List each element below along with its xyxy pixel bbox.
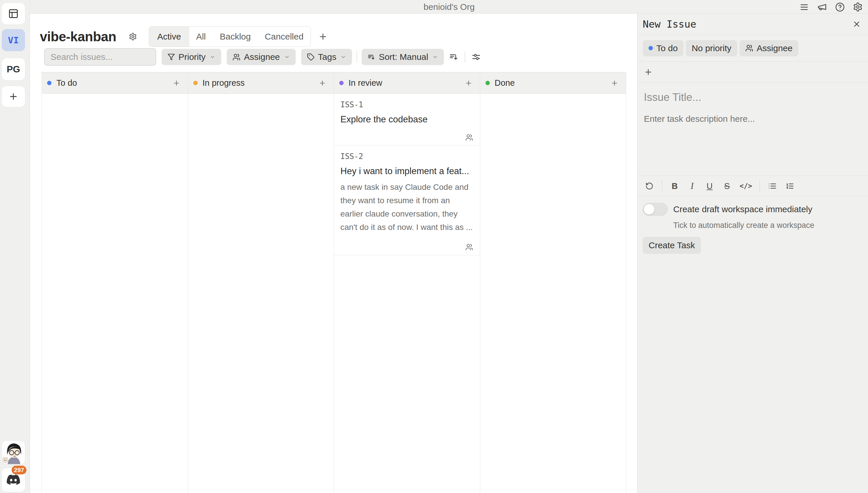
tab-all[interactable]: All [189,27,213,46]
issue-description-input[interactable]: Enter task description here... [644,114,861,124]
chevron-down-icon [341,54,346,60]
assignee-pill[interactable]: Assignee [739,40,798,57]
filter-row: Priority Assignee Tags [44,48,482,66]
workspace-pg-label: PG [7,64,20,75]
discord-notification-badge: 297 [12,466,26,474]
assignee-filter-label: Assignee [244,52,280,62]
numbered-list-button[interactable] [785,182,795,190]
help-button[interactable] [835,2,845,12]
column-body [42,94,188,493]
column-name: To do [57,78,77,88]
strikethrough-button[interactable]: S [722,181,732,191]
issue-title: Hey i want to implement a feat... [341,166,474,176]
workspace-toggle-row: Create draft workspace immediately [643,203,868,216]
undo-icon [645,182,653,190]
gear-icon [129,33,137,41]
issue-id: ISS-2 [341,152,474,161]
priority-filter-label: Priority [178,52,205,62]
workspace-pg-button[interactable]: PG [2,58,25,80]
add-issue-button[interactable] [465,79,472,87]
kanban-board: To do In progress [42,72,626,493]
create-workspace-toggle[interactable] [643,203,668,216]
issue-card-iss-2[interactable]: ISS-2 Hey i want to implement a feat... … [334,146,480,255]
add-property-button[interactable] [644,68,653,77]
status-dot [47,81,51,85]
tags-filter-button[interactable]: Tags [301,49,352,65]
add-issue-button[interactable] [611,79,618,87]
italic-button[interactable]: I [687,181,697,191]
app-window: VI PG [0,0,868,493]
board-title-row: vibe-kanban Active All Backlog Cancelled [40,26,328,47]
topbar-actions [799,2,863,12]
divider [465,51,465,63]
priority-pill-label: No priority [692,43,731,53]
column-header: In progress [188,72,334,94]
add-workspace-button[interactable] [2,86,25,107]
board-settings-button[interactable] [129,33,137,41]
status-pill[interactable]: To do [643,40,683,57]
announcements-button[interactable] [817,2,827,12]
search-input[interactable] [44,48,156,66]
workspace-vi-label: VI [8,35,19,45]
assignee-filter-button[interactable]: Assignee [227,49,295,65]
underline-button[interactable]: U [704,181,715,191]
user-avatar[interactable] [2,441,25,464]
close-icon [852,20,861,28]
priority-filter-button[interactable]: Priority [161,49,221,65]
sliders-icon [472,52,481,62]
issue-editor[interactable]: Issue Title... Enter task description he… [637,83,868,176]
issue-id: ISS-1 [341,100,474,109]
sort-desc-icon [449,52,458,62]
issue-properties-row: To do No priority Assignee [637,35,868,62]
richtext-toolbar: B I U S </> [637,176,868,196]
sort-button[interactable]: Sort: Manual [362,49,444,65]
toggle-label: Create draft workspace immediately [673,205,812,214]
tab-backlog[interactable]: Backlog [213,27,258,46]
column-in-review: In review ISS-1 Explore the codebase [334,72,480,493]
bullet-list-button[interactable] [767,182,777,190]
settings-button[interactable] [853,2,863,12]
issue-description: a new task in say Claude Code and they w… [341,180,474,234]
sidebar: VI PG [0,0,30,493]
column-header: To do [42,72,188,94]
create-task-button[interactable]: Create Task [643,237,701,254]
undo-button[interactable] [645,182,654,190]
numbered-list-icon [785,182,794,190]
avatar-image [2,441,25,464]
sort-direction-button[interactable] [447,52,460,62]
issue-card-iss-1[interactable]: ISS-1 Explore the codebase [334,94,480,146]
column-name: In progress [202,78,245,88]
divider [760,180,760,192]
add-issue-button[interactable] [173,79,180,87]
tab-cancelled[interactable]: Cancelled [258,27,310,46]
close-panel-button[interactable] [852,20,861,28]
chevron-down-icon [432,54,438,60]
add-issue-button[interactable] [319,79,326,87]
display-options-button[interactable] [470,52,482,62]
chevron-down-icon [284,54,290,60]
chevron-down-icon [210,54,215,60]
issue-title-input[interactable]: Issue Title... [644,91,861,104]
toggle-help-text: Tick to automatically create a workspace [673,221,868,230]
org-name: benioid's Org [424,2,475,12]
layout-icon [8,8,19,19]
add-view-button[interactable] [318,32,328,41]
assignee-icon [465,134,474,141]
bold-button[interactable]: B [670,181,680,191]
board-area: vibe-kanban Active All Backlog Cancelled [30,14,637,493]
priority-pill[interactable]: No priority [686,40,737,57]
column-done: Done [480,72,626,493]
card-footer [341,241,474,251]
menu-button[interactable] [799,2,809,12]
column-in-progress: In progress [188,72,334,493]
tab-active[interactable]: Active [149,27,189,46]
column-header: In review [334,72,480,94]
code-button[interactable]: </> [739,182,752,190]
status-pill-label: To do [656,43,678,53]
workspace-vi-button[interactable]: VI [2,29,25,51]
help-icon [835,2,845,12]
board-layout-button[interactable] [2,3,25,24]
plus-icon [173,79,180,87]
sort-label: Sort: Manual [379,52,428,62]
column-todo: To do [42,72,188,493]
